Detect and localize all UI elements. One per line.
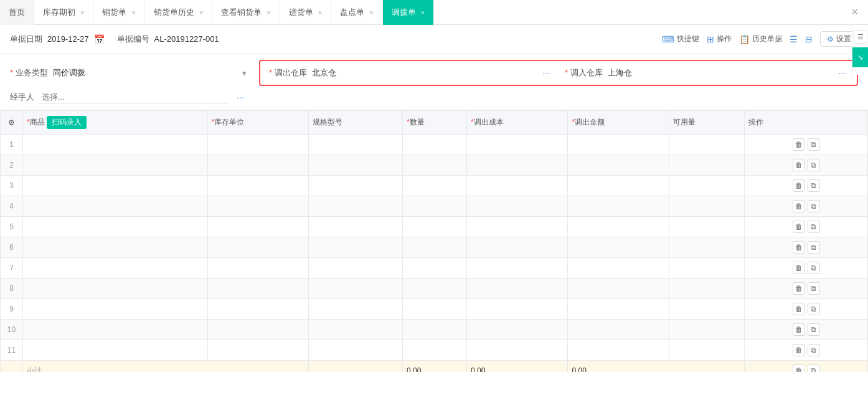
copy-row-5-button[interactable]: ⧉ xyxy=(808,221,820,233)
cell-quantity-3[interactable] xyxy=(403,176,467,196)
cell-unit-11[interactable] xyxy=(207,340,308,361)
cell-quantity-8[interactable] xyxy=(403,278,467,299)
cell-product-4[interactable] xyxy=(23,196,208,217)
cell-available-1[interactable] xyxy=(669,135,744,155)
scan-input-button[interactable]: 扫码录入 xyxy=(47,116,87,129)
delete-row-1-button[interactable]: 🗑 xyxy=(793,138,805,151)
cell-quantity-6[interactable] xyxy=(403,237,467,258)
cell-unit-3[interactable] xyxy=(207,176,308,196)
cell-amount-3[interactable] xyxy=(568,176,669,196)
cell-quantity-10[interactable] xyxy=(403,320,467,340)
tab-inventory-check[interactable]: 盘点单 × xyxy=(331,0,382,25)
cell-spec-1[interactable] xyxy=(309,135,403,155)
cell-cost-2[interactable] xyxy=(467,155,568,176)
cell-product-3[interactable] xyxy=(23,176,208,196)
delete-row-9-button[interactable]: 🗑 xyxy=(793,303,805,315)
cell-spec-2[interactable] xyxy=(309,155,403,176)
business-type-arrow-icon[interactable]: ▾ xyxy=(242,69,247,78)
cell-quantity-9[interactable] xyxy=(403,299,467,320)
tab-inventory-init-close[interactable]: × xyxy=(80,9,84,16)
tab-sales-history-close[interactable]: × xyxy=(199,9,203,16)
tab-sales-order-close[interactable]: × xyxy=(131,9,135,16)
tab-sales-history[interactable]: 销货单历史 × xyxy=(145,0,212,25)
cell-amount-4[interactable] xyxy=(568,196,669,217)
cell-unit-1[interactable] xyxy=(207,135,308,155)
tab-transfer[interactable]: 调拨单 × xyxy=(383,0,434,25)
cell-cost-3[interactable] xyxy=(467,176,568,196)
cell-cost-8[interactable] xyxy=(467,278,568,299)
delete-row-6-button[interactable]: 🗑 xyxy=(793,241,805,254)
cell-product-5[interactable] xyxy=(23,217,208,237)
cell-available-7[interactable] xyxy=(669,258,744,278)
delete-row-10-button[interactable]: 🗑 xyxy=(793,323,805,336)
cell-spec-8[interactable] xyxy=(309,278,403,299)
copy-row-3-button[interactable]: ⧉ xyxy=(808,179,820,192)
cell-amount-10[interactable] xyxy=(568,320,669,340)
cell-cost-5[interactable] xyxy=(467,217,568,237)
copy-row-6-button[interactable]: ⧉ xyxy=(808,241,820,254)
cell-available-8[interactable] xyxy=(669,278,744,299)
cell-product-1[interactable] xyxy=(23,135,208,155)
cell-available-6[interactable] xyxy=(669,237,744,258)
cell-available-4[interactable] xyxy=(669,196,744,217)
cell-quantity-4[interactable] xyxy=(403,196,467,217)
cell-available-11[interactable] xyxy=(669,340,744,361)
handler-input[interactable] xyxy=(39,91,229,103)
cell-spec-9[interactable] xyxy=(309,299,403,320)
delete-row-7-button[interactable]: 🗑 xyxy=(793,262,805,274)
cell-product-8[interactable] xyxy=(23,278,208,299)
copy-row-1-button[interactable]: ⧉ xyxy=(808,138,820,151)
cell-unit-8[interactable] xyxy=(207,278,308,299)
cell-cost-10[interactable] xyxy=(467,320,568,340)
grid-icon[interactable]: ⊟ xyxy=(805,34,813,44)
cell-quantity-11[interactable] xyxy=(403,340,467,361)
tab-inventory-init[interactable]: 库存期初 × xyxy=(34,0,93,25)
window-close-button[interactable]: × xyxy=(841,0,868,25)
cell-spec-3[interactable] xyxy=(309,176,403,196)
calendar-icon[interactable]: 📅 xyxy=(94,34,105,44)
cell-spec-5[interactable] xyxy=(309,217,403,237)
cell-unit-4[interactable] xyxy=(207,196,308,217)
tab-purchase-close[interactable]: × xyxy=(318,9,322,16)
copy-row-2-button[interactable]: ⧉ xyxy=(808,159,820,171)
cell-amount-5[interactable] xyxy=(568,217,669,237)
tab-sales-order[interactable]: 销货单 × xyxy=(93,0,144,25)
cell-spec-10[interactable] xyxy=(309,320,403,340)
cell-available-2[interactable] xyxy=(669,155,744,176)
subtotal-copy-button[interactable]: ⧉ xyxy=(808,364,820,372)
col-gear[interactable]: ⚙ xyxy=(1,111,23,135)
delete-row-11-button[interactable]: 🗑 xyxy=(793,344,805,356)
cell-unit-7[interactable] xyxy=(207,258,308,278)
cell-spec-6[interactable] xyxy=(309,237,403,258)
cell-product-2[interactable] xyxy=(23,155,208,176)
business-type-select[interactable]: 同价调拨 ▾ xyxy=(53,67,247,79)
tab-view-sales[interactable]: 查看销货单 × xyxy=(212,0,280,25)
tab-inventory-check-close[interactable]: × xyxy=(369,9,373,16)
cell-cost-11[interactable] xyxy=(467,340,568,361)
copy-row-7-button[interactable]: ⧉ xyxy=(808,262,820,274)
cell-unit-10[interactable] xyxy=(207,320,308,340)
shortcut-action[interactable]: ⌨ 快捷键 xyxy=(662,34,699,44)
history-docs-action[interactable]: 📋 历史单据 xyxy=(739,34,782,44)
delete-row-8-button[interactable]: 🗑 xyxy=(793,282,805,295)
cell-unit-9[interactable] xyxy=(207,299,308,320)
cell-cost-7[interactable] xyxy=(467,258,568,278)
cell-amount-6[interactable] xyxy=(568,237,669,258)
cell-product-7[interactable] xyxy=(23,258,208,278)
cell-product-6[interactable] xyxy=(23,237,208,258)
cell-cost-1[interactable] xyxy=(467,135,568,155)
cell-spec-11[interactable] xyxy=(309,340,403,361)
cell-available-5[interactable] xyxy=(669,217,744,237)
operations-action[interactable]: ⊞ 操作 xyxy=(707,34,732,44)
cell-quantity-7[interactable] xyxy=(403,258,467,278)
cell-product-9[interactable] xyxy=(23,299,208,320)
warehouse-out-ellipsis[interactable]: ··· xyxy=(540,68,552,78)
cell-available-9[interactable] xyxy=(669,299,744,320)
cell-quantity-1[interactable] xyxy=(403,135,467,155)
cell-cost-6[interactable] xyxy=(467,237,568,258)
copy-row-11-button[interactable]: ⧉ xyxy=(808,344,820,356)
cell-unit-5[interactable] xyxy=(207,217,308,237)
subtotal-delete-button[interactable]: 🗑 xyxy=(793,364,805,372)
cell-available-3[interactable] xyxy=(669,176,744,196)
handler-ellipsis[interactable]: ··· xyxy=(234,92,247,102)
